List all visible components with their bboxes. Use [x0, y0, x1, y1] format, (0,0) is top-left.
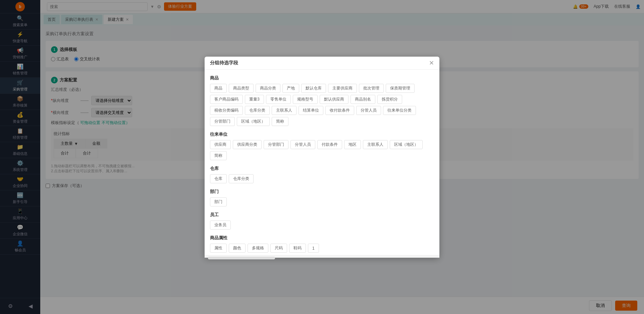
field-tag-供应商分类[interactable]: 供应商分类 [233, 140, 262, 149]
field-tag-主联系人[interactable]: 主联系人 [363, 140, 388, 149]
modal-title: 分组待选字段 [210, 60, 238, 66]
field-tag-商品[interactable]: 商品 [210, 84, 227, 93]
field-tag-简称[interactable]: 简称 [272, 117, 288, 126]
field-section-partner: 往来单位供应商供应商分类分管部门分管人员付款条件地区主联系人区域（地区）简称 [210, 131, 434, 160]
field-tags-partner: 供应商供应商分类分管部门分管人员付款条件地区主联系人区域（地区）简称 [210, 140, 434, 160]
field-tag-地区[interactable]: 地区 [344, 140, 361, 149]
field-tags-employee: 业务员 [210, 221, 434, 230]
field-section-warehouse: 仓库仓库仓库分类 [210, 166, 434, 183]
field-tag-产地[interactable]: 产地 [282, 84, 299, 93]
field-section-goods: 商品商品商品类型商品分类产地默认仓库主要供应商批次管理保质期管理客户商品编码重量… [210, 75, 434, 126]
field-tag-重量3[interactable]: 重量3 [245, 95, 264, 104]
field-tag-拣货积分[interactable]: 拣货积分 [377, 95, 402, 104]
field-section-department: 部门部门 [210, 189, 434, 206]
field-tag-业务员[interactable]: 业务员 [210, 221, 231, 230]
modal-dialog: 分组待选字段 ✕ 商品商品商品类型商品分类产地默认仓库主要供应商批次管理保质期管… [205, 57, 439, 258]
field-section-employee: 员工业务员 [210, 212, 434, 230]
field-tag-1[interactable]: 1 [308, 244, 319, 253]
hscroll-thumb [208, 257, 275, 259]
field-tags-department: 部门 [210, 197, 434, 206]
field-tag-往来单位分类[interactable]: 往来单位分类 [383, 106, 416, 115]
field-section-title-product_attr: 商品属性 [210, 235, 434, 241]
field-section-title-employee: 员工 [210, 212, 434, 218]
field-tag-商品分类[interactable]: 商品分类 [256, 84, 280, 93]
field-tag-保质期管理[interactable]: 保质期管理 [386, 84, 415, 93]
modal-overlay: 分组待选字段 ✕ 商品商品商品类型商品分类产地默认仓库主要供应商批次管理保质期管… [0, 0, 644, 314]
field-tag-默认仓库[interactable]: 默认仓库 [301, 84, 326, 93]
field-section-title-partner: 往来单位 [210, 131, 434, 137]
field-tag-供应商[interactable]: 供应商 [210, 140, 231, 149]
field-tags-product_attr: 属性颜色多规格尺码鞋码1 [210, 244, 434, 253]
field-tag-尺码[interactable]: 尺码 [270, 244, 287, 253]
field-tag-仓库[interactable]: 仓库 [210, 174, 227, 183]
field-tags-goods: 商品商品类型商品分类产地默认仓库主要供应商批次管理保质期管理客户商品编码重量3零… [210, 84, 434, 126]
field-tag-区域（地区）[interactable]: 区域（地区） [390, 140, 423, 149]
modal-hscroll[interactable] [205, 255, 439, 258]
field-tag-税收分类编码[interactable]: 税收分类编码 [210, 106, 243, 115]
field-tag-批次管理[interactable]: 批次管理 [359, 84, 384, 93]
field-tag-简称[interactable]: 简称 [210, 151, 227, 160]
field-tag-分管人员[interactable]: 分管人员 [290, 140, 315, 149]
field-tag-分管部门[interactable]: 分管部门 [264, 140, 288, 149]
field-tag-鞋码[interactable]: 鞋码 [289, 244, 306, 253]
field-tag-仓库分类[interactable]: 仓库分类 [245, 106, 270, 115]
field-tag-客户商品编码[interactable]: 客户商品编码 [210, 95, 243, 104]
field-section-product_attr: 商品属性属性颜色多规格尺码鞋码1 [210, 235, 434, 253]
field-tag-分管部门[interactable]: 分管部门 [210, 117, 235, 126]
modal-body: 商品商品商品类型商品分类产地默认仓库主要供应商批次管理保质期管理客户商品编码重量… [205, 70, 439, 255]
field-tag-区域（地区）[interactable]: 区域（地区） [237, 117, 270, 126]
field-tags-warehouse: 仓库仓库分类 [210, 174, 434, 183]
modal-header: 分组待选字段 ✕ [205, 57, 439, 70]
field-tag-收付款条件[interactable]: 收付款条件 [325, 106, 354, 115]
field-tag-主要供应商[interactable]: 主要供应商 [328, 84, 357, 93]
field-tag-默认供应商[interactable]: 默认供应商 [320, 95, 348, 104]
field-tag-颜色[interactable]: 颜色 [229, 244, 246, 253]
field-section-title-department: 部门 [210, 189, 434, 195]
field-tag-仓库分类[interactable]: 仓库分类 [229, 174, 254, 183]
modal-close-button[interactable]: ✕ [429, 59, 434, 67]
field-tag-多规格[interactable]: 多规格 [248, 244, 268, 253]
field-tag-零售单位[interactable]: 零售单位 [266, 95, 291, 104]
field-tag-商品类型[interactable]: 商品类型 [229, 84, 254, 93]
field-tag-结算单位[interactable]: 结算单位 [299, 106, 323, 115]
field-tag-分管人员[interactable]: 分管人员 [356, 106, 381, 115]
field-tag-主联系人[interactable]: 主联系人 [272, 106, 297, 115]
field-section-title-warehouse: 仓库 [210, 166, 434, 172]
field-tag-属性[interactable]: 属性 [210, 244, 227, 253]
field-tag-商品别名[interactable]: 商品别名 [351, 95, 375, 104]
field-section-title-goods: 商品 [210, 75, 434, 81]
field-tag-部门[interactable]: 部门 [210, 197, 227, 206]
field-tag-规格型号[interactable]: 规格型号 [293, 95, 318, 104]
field-tag-付款条件[interactable]: 付款条件 [317, 140, 342, 149]
